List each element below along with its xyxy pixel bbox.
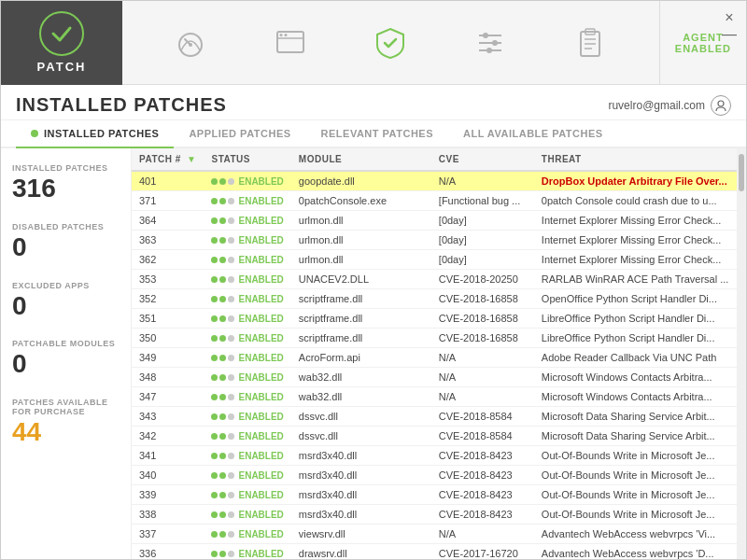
nav-speedometer[interactable] xyxy=(159,19,222,67)
cell-module: msrd3x40.dll xyxy=(291,505,431,525)
tab-relevant-patches[interactable]: RELEVANT PATCHES xyxy=(306,120,448,148)
cell-threat: Advantech WebAccess webvrpcs 'D... xyxy=(534,544,737,560)
table-scroll[interactable]: PATCH # ▼ STATUS MODULE CVE THREAT 401EN… xyxy=(132,148,737,559)
stat-patchable-label: PATCHABLE MODULES xyxy=(12,339,120,348)
col-patch-num[interactable]: PATCH # ▼ xyxy=(132,148,204,171)
cell-module: goopdate.dll xyxy=(291,171,431,191)
cell-status: ENABLED xyxy=(204,427,290,446)
checkmark-icon xyxy=(49,21,75,47)
table-row[interactable]: 337ENABLEDviewsrv.dllN/AAdvantech WebAcc… xyxy=(132,525,737,544)
cell-status: ENABLED xyxy=(204,309,290,329)
table-row[interactable]: 348ENABLEDwab32.dllN/AMicrosoft Windows … xyxy=(132,368,737,387)
cell-status: ENABLED xyxy=(204,407,290,427)
cell-threat: OpenOffice Python Script Handler Di... xyxy=(534,289,737,309)
tab-all-available-patches[interactable]: ALL AVAILABLE PATCHES xyxy=(448,120,618,148)
cell-module: urlmon.dll xyxy=(291,231,431,250)
stat-excluded-label: EXCLUDED APPS xyxy=(12,281,120,290)
cell-threat: Out-Of-Bounds Write in Microsoft Je... xyxy=(534,485,737,505)
cell-module: scriptframe.dll xyxy=(291,309,431,329)
cell-patch-num: 348 xyxy=(132,368,204,387)
tab-applied-patches[interactable]: APPLIED PATCHES xyxy=(174,120,305,148)
close-button[interactable]: × xyxy=(720,8,739,27)
cell-patch-num: 401 xyxy=(132,171,204,191)
cell-module: scriptframe.dll xyxy=(291,329,431,348)
table-row[interactable]: 339ENABLEDmsrd3x40.dllCVE-2018-8423Out-O… xyxy=(132,485,737,505)
cell-status: ENABLED xyxy=(204,466,290,485)
sort-arrow: ▼ xyxy=(187,154,196,164)
user-avatar-icon[interactable] xyxy=(711,95,731,116)
cell-threat: Advantech WebAccess webvrpcs 'Vi... xyxy=(534,525,737,544)
nav-clipboard[interactable] xyxy=(558,19,622,67)
table-row[interactable]: 349ENABLEDAcroForm.apiN/AAdobe Reader Ca… xyxy=(132,348,737,368)
stat-excluded-apps: EXCLUDED APPS 0 xyxy=(12,281,120,321)
cell-threat: Internet Explorer Missing Error Check... xyxy=(534,250,737,270)
cell-cve: CVE-2018-16858 xyxy=(431,329,534,348)
cell-module: msrd3x40.dll xyxy=(291,446,431,466)
logo-section: PATCH xyxy=(1,1,122,85)
table-row[interactable]: 340ENABLEDmsrd3x40.dllCVE-2018-8423Out-O… xyxy=(132,466,737,485)
table-row[interactable]: 401ENABLEDgoopdate.dllN/ADropBox Updater… xyxy=(132,171,737,191)
table-wrapper: PATCH # ▼ STATUS MODULE CVE THREAT 401EN… xyxy=(132,148,746,559)
cell-threat: Microsoft Data Sharing Service Arbit... xyxy=(534,407,737,427)
window-icon xyxy=(274,26,307,60)
cell-status: ENABLED xyxy=(204,348,290,368)
clipboard-icon xyxy=(573,26,607,60)
nav-sliders[interactable] xyxy=(458,19,522,67)
nav-window[interactable] xyxy=(259,19,322,67)
col-module[interactable]: MODULE xyxy=(291,148,431,171)
table-row[interactable]: 350ENABLEDscriptframe.dllCVE-2018-16858L… xyxy=(132,329,737,348)
cell-status: ENABLED xyxy=(204,171,290,191)
stats-sidebar: INSTALLED PATCHES 316 DISABLED PATCHES 0… xyxy=(1,148,132,559)
cell-cve: N/A xyxy=(431,348,534,368)
scrollbar[interactable] xyxy=(737,148,746,559)
shield-icon xyxy=(374,26,407,60)
cell-patch-num: 337 xyxy=(132,525,204,544)
cell-module: dssvc.dll xyxy=(291,407,431,427)
nav-shield[interactable] xyxy=(359,19,422,67)
table-row[interactable]: 341ENABLEDmsrd3x40.dllCVE-2018-8423Out-O… xyxy=(132,446,737,466)
logo-text: PATCH xyxy=(37,60,87,74)
stat-patchable-modules: PATCHABLE MODULES 0 xyxy=(12,339,120,379)
table-row[interactable]: 351ENABLEDscriptframe.dllCVE-2018-16858L… xyxy=(132,309,737,329)
minimize-button[interactable]: — xyxy=(722,27,737,42)
col-cve[interactable]: CVE xyxy=(431,148,534,171)
table-row[interactable]: 362ENABLEDurlmon.dll[0day]Internet Explo… xyxy=(132,250,737,270)
scrollbar-thumb[interactable] xyxy=(739,154,744,191)
stat-purchase-value: 44 xyxy=(12,418,120,447)
stat-patchable-value: 0 xyxy=(12,350,120,379)
cell-module: urlmon.dll xyxy=(291,250,431,270)
table-row[interactable]: 342ENABLEDdssvc.dllCVE-2018-8584Microsof… xyxy=(132,427,737,446)
table-row[interactable]: 364ENABLEDurlmon.dll[0day]Internet Explo… xyxy=(132,211,737,231)
cell-patch-num: 350 xyxy=(132,329,204,348)
table-row[interactable]: 347ENABLEDwab32.dllN/AMicrosoft Windows … xyxy=(132,387,737,407)
table-row[interactable]: 353ENABLEDUNACEV2.DLLCVE-2018-20250RARLA… xyxy=(132,270,737,289)
svg-point-2 xyxy=(189,43,192,47)
cell-patch-num: 353 xyxy=(132,270,204,289)
col-status[interactable]: STATUS xyxy=(204,148,290,171)
table-row[interactable]: 338ENABLEDmsrd3x40.dllCVE-2018-8423Out-O… xyxy=(132,505,737,525)
cell-cve: CVE-2018-8423 xyxy=(431,505,534,525)
cell-module: msrd3x40.dll xyxy=(291,466,431,485)
table-row[interactable]: 336ENABLEDdrawsrv.dllCVE-2017-16720Advan… xyxy=(132,544,737,560)
stat-disabled-label: DISABLED PATCHES xyxy=(12,222,120,231)
table-row[interactable]: 371ENABLED0patchConsole.exe[Functional b… xyxy=(132,191,737,211)
col-threat[interactable]: THREAT xyxy=(534,148,737,171)
table-row[interactable]: 343ENABLEDdssvc.dllCVE-2018-8584Microsof… xyxy=(132,407,737,427)
tab-installed-patches[interactable]: INSTALLED PATCHES xyxy=(16,120,174,148)
cell-status: ENABLED xyxy=(204,270,290,289)
user-section: ruvelro@gmail.com xyxy=(608,95,731,116)
table-row[interactable]: 363ENABLEDurlmon.dll[0day]Internet Explo… xyxy=(132,231,737,250)
cell-module: 0patchConsole.exe xyxy=(291,191,431,211)
cell-status: ENABLED xyxy=(204,250,290,270)
cell-threat: Adobe Reader Callback Via UNC Path xyxy=(534,348,737,368)
cell-status: ENABLED xyxy=(204,544,290,560)
cell-module: scriptframe.dll xyxy=(291,289,431,309)
cell-module: drawsrv.dll xyxy=(291,544,431,560)
cell-status: ENABLED xyxy=(204,505,290,525)
cell-patch-num: 343 xyxy=(132,407,204,427)
cell-threat: Internet Explorer Missing Error Check... xyxy=(534,231,737,250)
cell-patch-num: 338 xyxy=(132,505,204,525)
cell-status: ENABLED xyxy=(204,329,290,348)
table-row[interactable]: 352ENABLEDscriptframe.dllCVE-2018-16858O… xyxy=(132,289,737,309)
cell-cve: [Functional bug ... xyxy=(431,191,534,211)
